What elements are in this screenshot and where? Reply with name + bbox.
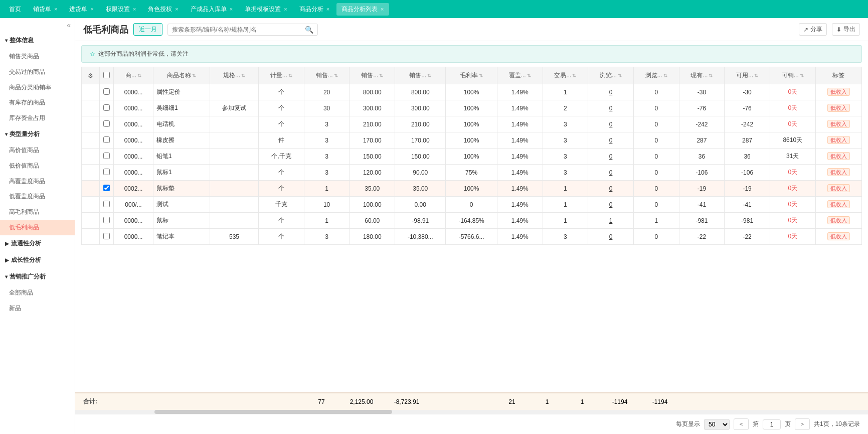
table-row: 0000... 铅笔1 个,千克 3 150.00 150.00 100% 1.… xyxy=(82,149,862,165)
row-check-1[interactable] xyxy=(100,100,114,116)
row-check-0[interactable] xyxy=(100,84,114,100)
row-check-6[interactable] xyxy=(100,181,114,197)
date-filter-button[interactable]: 近一月 xyxy=(133,23,162,36)
row-view1-5[interactable]: 0 xyxy=(588,165,634,181)
table-row: 0000... 属性定价 个 20 800.00 800.00 100% 1.4… xyxy=(82,84,862,100)
row-trade-5: 3 xyxy=(543,165,588,181)
export-button[interactable]: ⬇ 导出 xyxy=(832,23,860,36)
nav-product-entry-close[interactable]: × xyxy=(230,6,233,12)
row-check-2[interactable] xyxy=(100,116,114,132)
row-checkbox-4[interactable] xyxy=(103,153,110,159)
col-check-all[interactable] xyxy=(100,67,114,84)
row-check-8[interactable] xyxy=(100,213,114,229)
col-gear[interactable]: ⚙ xyxy=(82,67,100,84)
nav-template[interactable]: 单据模板设置 × xyxy=(240,3,292,16)
row-view1-7[interactable]: 0 xyxy=(588,197,634,213)
sidebar-group-liquidity[interactable]: ▶ 流通性分析 xyxy=(0,235,75,252)
search-input[interactable] xyxy=(172,26,305,33)
sidebar-item-all-products[interactable]: 全部商品 xyxy=(0,285,75,301)
row-spec-3 xyxy=(210,132,259,149)
row-checkbox-2[interactable] xyxy=(103,120,110,127)
row-check-7[interactable] xyxy=(100,197,114,213)
row-sales-profit-6: 35.00 xyxy=(395,181,446,197)
row-checkbox-9[interactable] xyxy=(103,233,110,239)
sidebar-item-stock-capital[interactable]: 库存资金占用 xyxy=(0,110,75,126)
sidebar-group-marketing[interactable]: ▾ 营销推广分析 xyxy=(0,268,75,285)
check-all-input[interactable] xyxy=(103,72,110,78)
row-code-5: 0000... xyxy=(114,165,153,181)
nav-product-entry[interactable]: 产成品入库单 × xyxy=(186,3,238,16)
nav-home[interactable]: 首页 xyxy=(4,3,26,16)
nav-purchase[interactable]: 进货单 × xyxy=(64,3,98,16)
sidebar-item-low-margin[interactable]: 低毛利商品 xyxy=(0,220,75,235)
row-checkbox-1[interactable] xyxy=(103,104,110,111)
total-view1: 1 xyxy=(530,398,565,405)
row-check-4[interactable] xyxy=(100,149,114,165)
sidebar-item-category-rate[interactable]: 商品分类助销率 xyxy=(0,80,75,95)
scrollbar-thumb[interactable] xyxy=(154,410,392,414)
row-view2-4: 0 xyxy=(633,149,679,165)
row-view1-1[interactable]: 0 xyxy=(588,100,634,116)
page-size-label: 每页显示 xyxy=(676,420,700,428)
row-checkbox-0[interactable] xyxy=(103,88,110,95)
sidebar-item-high-margin[interactable]: 高毛利商品 xyxy=(0,204,75,220)
row-tag-2: 低收入 xyxy=(815,116,861,132)
nav-purchase-close[interactable]: × xyxy=(90,6,93,12)
page-number-input[interactable] xyxy=(763,419,781,429)
sidebar-collapse-btn[interactable]: « xyxy=(0,18,75,32)
sidebar-item-traded-products[interactable]: 交易过的商品 xyxy=(0,64,75,80)
row-sales-profit-7: 0.00 xyxy=(395,197,446,213)
sidebar-group-type[interactable]: ▾ 类型量分析 xyxy=(0,126,75,142)
search-icon[interactable]: 🔍 xyxy=(305,26,313,34)
row-check-5[interactable] xyxy=(100,165,114,181)
row-view1-6[interactable]: 0 xyxy=(588,181,634,197)
nav-template-close[interactable]: × xyxy=(284,6,287,12)
row-view1-0[interactable]: 0 xyxy=(588,84,634,100)
row-checkbox-7[interactable] xyxy=(103,201,110,207)
prev-page-button[interactable]: ＜ xyxy=(734,418,749,430)
col-name: 商品名称⇅ xyxy=(153,67,210,84)
row-checkbox-3[interactable] xyxy=(103,136,110,143)
sidebar-item-sales-products[interactable]: 销售类商品 xyxy=(0,49,75,64)
row-view1-2[interactable]: 0 xyxy=(588,116,634,132)
sidebar-item-low-value[interactable]: 低价值商品 xyxy=(0,158,75,174)
row-current-5: -106 xyxy=(679,165,725,181)
nav-sales-close[interactable]: × xyxy=(54,6,57,12)
row-view1-3[interactable]: 0 xyxy=(588,132,634,149)
sidebar-item-high-value[interactable]: 高价值商品 xyxy=(0,142,75,158)
row-saleable-7: 0天 xyxy=(770,197,815,213)
nav-roles-close[interactable]: × xyxy=(175,6,178,12)
row-view1-8[interactable]: 1 xyxy=(588,213,634,229)
nav-product-analysis[interactable]: 商品分析 × xyxy=(294,3,334,16)
nav-sales[interactable]: 销货单 × xyxy=(28,3,62,16)
table-row: 0000... 鼠标 个 1 60.00 -98.91 -164.85% 1.4… xyxy=(82,213,862,229)
scrollbar[interactable] xyxy=(75,410,868,414)
row-view1-4[interactable]: 0 xyxy=(588,149,634,165)
row-check-3[interactable] xyxy=(100,132,114,149)
nav-permissions[interactable]: 权限设置 × xyxy=(101,3,141,16)
sidebar-item-high-coverage[interactable]: 高覆盖度商品 xyxy=(0,174,75,189)
next-page-button[interactable]: ＞ xyxy=(795,418,810,430)
nav-roles[interactable]: 角色授权 × xyxy=(143,3,183,16)
sidebar-item-low-coverage[interactable]: 低覆盖度商品 xyxy=(0,189,75,204)
page-size-select[interactable]: 50 20 100 xyxy=(704,419,730,430)
nav-product-analysis-list-close[interactable]: × xyxy=(381,6,384,12)
sidebar-item-in-stock[interactable]: 有库存的商品 xyxy=(0,95,75,110)
row-spec-1: 参加复试 xyxy=(210,100,259,116)
nav-product-analysis-close[interactable]: × xyxy=(326,6,329,12)
sidebar-group-growth[interactable]: ▶ 成长性分析 xyxy=(0,252,75,268)
row-checkbox-5[interactable] xyxy=(103,169,110,175)
sidebar-item-new-products[interactable]: 新品 xyxy=(0,301,75,316)
nav-product-analysis-list[interactable]: 商品分析列表 × xyxy=(336,3,389,16)
nav-permissions-close[interactable]: × xyxy=(133,6,136,12)
row-view1-9[interactable]: 0 xyxy=(588,229,634,245)
tag-badge-0: 低收入 xyxy=(827,88,850,96)
row-check-9[interactable] xyxy=(100,229,114,245)
table-container[interactable]: ⚙ 商...⇅ 商品名称⇅ 规格...⇅ 计量...⇅ 销售...⇅ 销售...… xyxy=(75,67,868,392)
sidebar-group-overall[interactable]: ▾ 整体信息 xyxy=(0,32,75,49)
row-code-0: 0000... xyxy=(114,84,153,100)
row-unit-0: 个 xyxy=(259,84,304,100)
share-button[interactable]: ↗ 分享 xyxy=(799,23,827,36)
row-checkbox-6[interactable] xyxy=(103,185,110,191)
row-checkbox-8[interactable] xyxy=(103,217,110,223)
